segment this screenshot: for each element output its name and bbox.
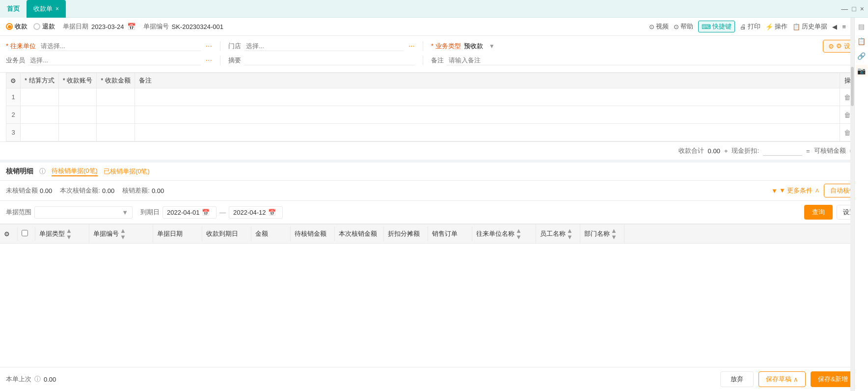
staff-input[interactable] — [28, 56, 201, 65]
select-all-checkbox[interactable] — [22, 230, 28, 236]
table-gear-header[interactable]: ⚙ — [6, 73, 21, 88]
total-value: 0.00 — [708, 147, 720, 155]
net-label: 可核销金额 — [814, 146, 846, 155]
divider-3 — [220, 56, 220, 65]
radio-shoukuan-label: 收款 — [15, 22, 27, 31]
tab-home[interactable]: 首页 — [0, 0, 27, 18]
row-2-amount[interactable] — [97, 106, 135, 124]
row-3-jiesuan[interactable] — [21, 124, 59, 141]
row-1-delete-icon[interactable]: 🗑 — [844, 93, 851, 101]
discount-input[interactable] — [763, 146, 802, 156]
radio-tuikuan[interactable]: 退款 — [33, 22, 55, 31]
help-btn[interactable]: ⊙ 帮助 — [674, 22, 693, 31]
hexiao-info-icon[interactable]: ⓘ — [39, 167, 46, 176]
staff-more-icon[interactable]: ··· — [206, 56, 212, 65]
layout-icon[interactable]: ≡ — [842, 23, 846, 30]
sidebar-camera-icon[interactable]: 📷 — [856, 65, 868, 77]
row-2-remark[interactable] — [135, 106, 840, 124]
bth-col-9[interactable]: 往来单位名称 ▲▼ — [472, 224, 536, 243]
footer-info-icon[interactable]: ⓘ — [34, 375, 41, 384]
history-btn[interactable]: 📋 历史单据 — [792, 22, 827, 31]
print-btn[interactable]: 🖨 打印 — [740, 22, 760, 31]
bth-gear[interactable]: ⚙ — [0, 227, 18, 241]
row-2-account[interactable] — [58, 106, 97, 124]
bth-checkbox[interactable] — [18, 227, 35, 241]
bth-col-3-label: 收款到期日 — [206, 230, 238, 237]
more-conditions-label: ▼ 更多条件 ∧ — [779, 186, 820, 195]
stats-row: 未核销金额 0.00 本次核销金额: 0.00 核销差额: 0.00 ▼ ▼ 更… — [0, 181, 868, 201]
docnum-label: 单据编号 — [143, 22, 169, 31]
save-new-label: 保存&新增 — [818, 375, 848, 384]
ops-btn[interactable]: ⚡ 操作 — [765, 22, 787, 31]
bth-col-10-label: 员工名称 — [540, 229, 566, 238]
scrollbar — [850, 18, 854, 391]
counterpart-label: * 往来单位 — [6, 42, 36, 51]
more-conditions-btn[interactable]: ▼ ▼ 更多条件 ∧ — [771, 186, 820, 195]
date-value[interactable]: 2023-03-24 — [91, 23, 124, 30]
row-2-jiesuan[interactable] — [21, 106, 59, 124]
row-1-remark[interactable] — [135, 88, 840, 106]
counterpart-more-icon[interactable]: ··· — [206, 42, 212, 51]
row-1-account[interactable] — [58, 88, 97, 106]
table-gear-icon: ⚙ — [10, 77, 16, 84]
form-area: * 往来单位 ··· 门店 ··· * 业务类型 预收款 ▼ — [0, 36, 868, 73]
calendar-from-icon[interactable]: 📅 — [202, 209, 210, 216]
settings-gear-icon: ⚙ — [828, 43, 834, 50]
window-close-btn[interactable]: × — [860, 5, 864, 13]
bth-col-5: 待核销金额 — [291, 226, 335, 241]
pending-tab[interactable]: 待核销单据(0笔) — [52, 167, 98, 176]
window-min-btn[interactable]: — — [841, 5, 848, 13]
row-3-delete-icon[interactable]: 🗑 — [844, 129, 851, 137]
tab-close-icon[interactable]: × — [55, 5, 59, 12]
date-to-input[interactable]: 2022-04-12 📅 — [229, 206, 283, 219]
sidebar-link-icon[interactable]: 🔗 — [856, 50, 868, 62]
bth-col-5-label: 待核销金额 — [295, 230, 326, 237]
radio-shoukuan[interactable]: 收款 — [6, 22, 27, 31]
done-tab[interactable]: 已核销单据(0笔) — [104, 167, 150, 176]
row-1-amount[interactable] — [97, 88, 135, 106]
staff-field: 业务员 ··· — [6, 56, 212, 65]
counterpart-input[interactable] — [39, 41, 201, 51]
bth-col-10[interactable]: 员工名称 ▲▼ — [536, 224, 580, 243]
range-select[interactable]: ▼ — [34, 206, 133, 219]
row-3-account[interactable] — [58, 124, 97, 141]
shop-input[interactable] — [244, 41, 404, 51]
row-num-2: 2 — [6, 106, 21, 124]
sort-icon-1: ▲▼ — [120, 227, 126, 240]
calendar-to-icon[interactable]: 📅 — [268, 209, 276, 216]
biztype-label: * 业务类型 — [431, 42, 461, 51]
this-stat: 本次核销金额: 0.00 — [60, 186, 114, 195]
abandon-btn[interactable]: 放弃 — [720, 371, 754, 387]
col-amount: * 收款金额 — [97, 73, 135, 88]
shortcut-btn[interactable]: ⌨ 快捷键 — [698, 21, 735, 32]
row-3-remark[interactable] — [135, 124, 840, 141]
scroll-thumb[interactable] — [851, 67, 854, 106]
row-2-delete-icon[interactable]: 🗑 — [844, 111, 851, 119]
query-btn[interactable]: 查询 — [804, 205, 833, 220]
bth-col-1[interactable]: 单据编号 ▲▼ — [89, 224, 153, 243]
range-filter: 单据范围 ▼ — [6, 206, 133, 219]
date-from-input[interactable]: 2022-04-01 📅 — [163, 206, 217, 219]
summary-input[interactable] — [244, 56, 415, 65]
calendar-icon[interactable]: 📅 — [127, 23, 136, 30]
biztype-select[interactable]: 预收款 ▼ — [464, 42, 598, 51]
bth-col-0[interactable]: 单据类型 ▲▼ — [35, 224, 89, 243]
receipt-table-wrap: ⚙ * 结算方式 * 收款账号 * 收款金额 备注 操作 — [0, 73, 868, 141]
tab-shoukuan[interactable]: 收款单 × — [27, 0, 66, 18]
sidebar-table-icon[interactable]: ▤ — [856, 21, 868, 32]
row-1-jiesuan[interactable] — [21, 88, 59, 106]
docnum-value[interactable]: SK-20230324-001 — [172, 23, 224, 30]
row-3-amount[interactable] — [97, 124, 135, 141]
prev-icon[interactable]: ◀ — [832, 23, 837, 30]
save-draft-btn[interactable]: 保存草稿 ∧ — [759, 371, 806, 387]
radio-tuikuan-label: 退款 — [42, 22, 55, 31]
window-max-btn[interactable]: □ — [852, 5, 856, 13]
bth-col-11[interactable]: 部门名称 ▲▼ — [580, 224, 624, 243]
sidebar-doc-icon[interactable]: 📋 — [856, 35, 868, 47]
row-num-1: 1 — [6, 88, 21, 106]
right-sidebar: ▤ 📋 🔗 📷 — [854, 18, 868, 391]
tab-home-label: 首页 — [7, 4, 20, 13]
video-btn[interactable]: ⊙ 视频 — [649, 22, 669, 31]
shop-more-icon[interactable]: ··· — [408, 42, 415, 51]
remark-input[interactable] — [447, 56, 862, 65]
